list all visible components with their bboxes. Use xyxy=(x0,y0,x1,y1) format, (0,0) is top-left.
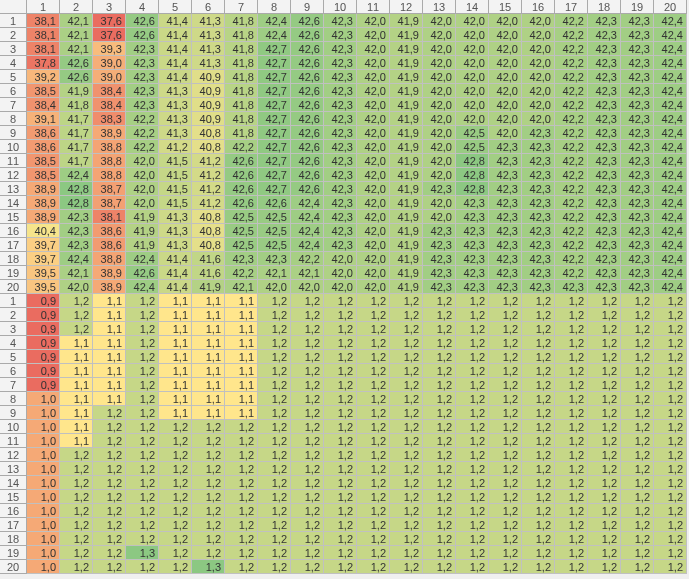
row-header[interactable]: 4 xyxy=(0,336,27,350)
data-cell[interactable]: 1,2 xyxy=(357,350,390,364)
row-header[interactable]: 5 xyxy=(0,70,27,84)
data-cell[interactable]: 39,7 xyxy=(27,252,60,266)
data-cell[interactable]: 1,2 xyxy=(588,462,621,476)
data-cell[interactable]: 42,3 xyxy=(489,210,522,224)
data-cell[interactable]: 1,2 xyxy=(456,294,489,308)
data-cell[interactable]: 1,2 xyxy=(159,448,192,462)
data-cell[interactable]: 1,2 xyxy=(258,462,291,476)
data-cell[interactable]: 42,3 xyxy=(456,224,489,238)
data-cell[interactable]: 1,2 xyxy=(621,392,654,406)
data-cell[interactable]: 42,0 xyxy=(489,84,522,98)
data-cell[interactable]: 1,2 xyxy=(357,308,390,322)
data-cell[interactable]: 42,4 xyxy=(291,238,324,252)
data-cell[interactable]: 42,4 xyxy=(654,140,687,154)
data-cell[interactable]: 41,8 xyxy=(225,84,258,98)
data-cell[interactable]: 1,2 xyxy=(258,406,291,420)
data-cell[interactable]: 1,2 xyxy=(456,448,489,462)
data-cell[interactable]: 1,2 xyxy=(126,518,159,532)
data-cell[interactable]: 42,6 xyxy=(60,56,93,70)
data-cell[interactable]: 1,2 xyxy=(126,392,159,406)
data-cell[interactable]: 1,2 xyxy=(93,434,126,448)
data-cell[interactable]: 1,2 xyxy=(324,420,357,434)
data-cell[interactable]: 1,2 xyxy=(192,546,225,560)
data-cell[interactable]: 42,3 xyxy=(522,140,555,154)
data-cell[interactable]: 42,3 xyxy=(324,56,357,70)
data-cell[interactable]: 42,0 xyxy=(357,126,390,140)
data-cell[interactable]: 1,2 xyxy=(621,518,654,532)
data-cell[interactable]: 39,3 xyxy=(93,42,126,56)
data-cell[interactable]: 1,2 xyxy=(324,532,357,546)
data-cell[interactable]: 1,2 xyxy=(588,476,621,490)
data-cell[interactable]: 42,0 xyxy=(357,266,390,280)
data-cell[interactable]: 1,2 xyxy=(621,462,654,476)
data-cell[interactable]: 0,9 xyxy=(27,308,60,322)
data-cell[interactable]: 1,1 xyxy=(60,378,93,392)
data-cell[interactable]: 1,1 xyxy=(192,308,225,322)
data-cell[interactable]: 1,1 xyxy=(93,392,126,406)
data-cell[interactable]: 42,3 xyxy=(225,252,258,266)
data-cell[interactable]: 1,3 xyxy=(192,560,225,574)
data-cell[interactable]: 1,2 xyxy=(621,336,654,350)
data-cell[interactable]: 1,2 xyxy=(555,364,588,378)
data-cell[interactable]: 1,2 xyxy=(192,476,225,490)
data-cell[interactable]: 41,8 xyxy=(225,70,258,84)
data-cell[interactable]: 42,2 xyxy=(555,98,588,112)
data-cell[interactable]: 1,2 xyxy=(390,406,423,420)
data-cell[interactable]: 41,8 xyxy=(225,98,258,112)
data-cell[interactable]: 42,4 xyxy=(654,154,687,168)
data-cell[interactable]: 42,6 xyxy=(225,182,258,196)
col-header[interactable]: 18 xyxy=(588,0,621,14)
data-cell[interactable]: 1,2 xyxy=(291,434,324,448)
data-cell[interactable]: 1,2 xyxy=(654,560,687,574)
data-cell[interactable]: 41,5 xyxy=(159,182,192,196)
data-cell[interactable]: 41,3 xyxy=(159,126,192,140)
col-header[interactable]: 3 xyxy=(93,0,126,14)
data-cell[interactable]: 42,3 xyxy=(324,140,357,154)
data-cell[interactable]: 42,4 xyxy=(654,224,687,238)
data-cell[interactable]: 1,2 xyxy=(357,518,390,532)
data-cell[interactable]: 1,2 xyxy=(522,532,555,546)
data-cell[interactable]: 42,3 xyxy=(621,140,654,154)
data-cell[interactable]: 1,2 xyxy=(324,322,357,336)
data-cell[interactable]: 1,2 xyxy=(489,546,522,560)
data-cell[interactable]: 1,1 xyxy=(93,294,126,308)
data-cell[interactable]: 1,2 xyxy=(324,392,357,406)
data-cell[interactable]: 1,2 xyxy=(588,490,621,504)
data-cell[interactable]: 42,7 xyxy=(258,70,291,84)
data-cell[interactable]: 42,2 xyxy=(555,112,588,126)
data-cell[interactable]: 1,2 xyxy=(60,490,93,504)
data-cell[interactable]: 1,2 xyxy=(423,532,456,546)
row-header[interactable]: 6 xyxy=(0,84,27,98)
row-header[interactable]: 16 xyxy=(0,224,27,238)
data-cell[interactable]: 1,2 xyxy=(258,308,291,322)
data-cell[interactable]: 38,9 xyxy=(27,196,60,210)
data-cell[interactable]: 1,2 xyxy=(456,434,489,448)
data-cell[interactable]: 42,4 xyxy=(654,42,687,56)
data-cell[interactable]: 42,3 xyxy=(588,238,621,252)
data-cell[interactable]: 1,2 xyxy=(423,546,456,560)
data-cell[interactable]: 1,1 xyxy=(93,378,126,392)
data-cell[interactable]: 1,2 xyxy=(225,420,258,434)
data-cell[interactable]: 1,2 xyxy=(588,406,621,420)
data-cell[interactable]: 42,2 xyxy=(555,140,588,154)
data-cell[interactable]: 1,1 xyxy=(225,406,258,420)
data-cell[interactable]: 42,6 xyxy=(258,196,291,210)
data-cell[interactable]: 1,2 xyxy=(522,560,555,574)
data-cell[interactable]: 39,5 xyxy=(27,266,60,280)
data-cell[interactable]: 1,2 xyxy=(621,490,654,504)
data-cell[interactable]: 1,2 xyxy=(555,546,588,560)
data-cell[interactable]: 41,9 xyxy=(60,84,93,98)
data-cell[interactable]: 1,2 xyxy=(324,476,357,490)
data-cell[interactable]: 1,3 xyxy=(126,546,159,560)
data-cell[interactable]: 42,5 xyxy=(258,210,291,224)
data-cell[interactable]: 42,0 xyxy=(456,56,489,70)
data-cell[interactable]: 42,0 xyxy=(423,28,456,42)
data-cell[interactable]: 1,2 xyxy=(423,308,456,322)
data-cell[interactable]: 1,2 xyxy=(423,378,456,392)
data-cell[interactable]: 42,3 xyxy=(423,252,456,266)
data-cell[interactable]: 1,2 xyxy=(522,406,555,420)
data-cell[interactable]: 0,9 xyxy=(27,364,60,378)
data-cell[interactable]: 42,8 xyxy=(456,168,489,182)
data-cell[interactable]: 42,5 xyxy=(456,140,489,154)
data-cell[interactable]: 1,1 xyxy=(225,364,258,378)
